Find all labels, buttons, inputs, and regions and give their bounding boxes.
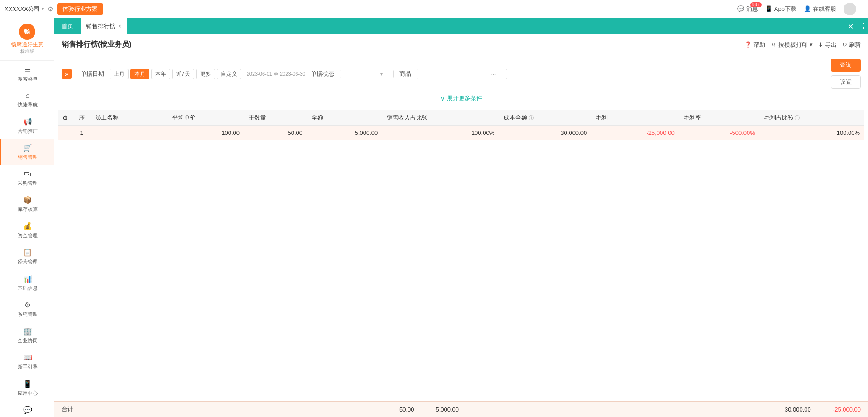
company-selector[interactable]: XXXXXX公司 ▾ (5, 5, 44, 13)
date-btn-last-month[interactable]: 上月 (110, 69, 129, 79)
help-label: 帮助 (753, 41, 765, 49)
sidebar-label-system: 系统管理 (18, 311, 38, 318)
col-profit-rate: 毛利率 (679, 110, 760, 126)
app-label: App下载 (774, 5, 796, 13)
sidebar: 畅 畅康通好生意 标准版 ☰ 搜索菜单 ⌂ 快捷导航 📢 营销推广 🛒 销售管理… (0, 18, 54, 417)
cell-qty: 50.00 (244, 126, 307, 140)
cell-avg-price: 100.00 (168, 126, 245, 140)
app-download-button[interactable]: 📱 App下载 (765, 5, 796, 13)
filter-row-1: » 单据日期 上月 本月 本年 近7天 更多 自定义 2023-06-01 至 … (62, 59, 861, 89)
sidebar-item-finance[interactable]: 💰 资金管理 (0, 217, 54, 244)
sidebar-item-search-order[interactable]: ☰ 搜索菜单 (0, 61, 54, 87)
sidebar-item-purchase[interactable]: 🛍 采购管理 (0, 165, 54, 191)
sidebar-label-inventory: 库存核算 (18, 206, 38, 213)
status-chevron: ▾ (380, 72, 383, 77)
table-header-row: ⚙ 序 员工名称 平均单价 主数量 全额 销售收入占比% 成本全额 ⓘ 毛利 毛… (58, 110, 864, 126)
cell-profit-pct: 100.00% (760, 126, 864, 140)
sidebar-item-inventory[interactable]: 📦 库存核算 (0, 191, 54, 217)
sidebar-item-enterprise[interactable]: 🏢 企业协同 (0, 322, 54, 349)
data-table: ⚙ 序 员工名称 平均单价 主数量 全额 销售收入占比% 成本全额 ⓘ 毛利 毛… (58, 110, 864, 140)
sidebar-item-system[interactable]: ⚙ 系统管理 (0, 296, 54, 322)
refresh-button[interactable]: ↻ 刷新 (842, 41, 861, 49)
tab-bar-right: ✕ ⛶ (848, 22, 868, 31)
close-window-icon[interactable]: ✕ (848, 22, 854, 31)
logo-icon: 畅 (19, 24, 35, 40)
date-btn-custom[interactable]: 自定义 (217, 69, 241, 79)
refresh-icon: ↻ (842, 41, 847, 48)
sidebar-item-sales[interactable]: 🛒 销售管理 (0, 139, 54, 165)
footer-cost: 30,000.00 (785, 406, 811, 413)
online-service-button[interactable]: 👤 在线客服 (804, 5, 836, 13)
col-name: 员工名称 (91, 110, 168, 126)
avatar[interactable] (844, 3, 856, 15)
col-sales-pct: 销售收入占比% (382, 110, 499, 126)
tab-bar: 首页 销售排行榜 × ✕ ⛶ (54, 18, 868, 34)
main-content: 首页 销售排行榜 × ✕ ⛶ 销售排行榜(按业务员) ❓ 帮助 (54, 18, 868, 417)
date-btn-this-month[interactable]: 本月 (130, 69, 149, 79)
sidebar-item-app-center[interactable]: 📱 应用中心 (0, 375, 54, 401)
sidebar-label-guide: 新手引导 (18, 364, 38, 370)
export-icon: ⬇ (818, 41, 823, 48)
footer-amount: 5,000.00 (436, 406, 459, 413)
cost-info-icon[interactable]: ⓘ (529, 115, 534, 120)
operation-icon: 📋 (23, 248, 32, 257)
date-btn-this-year[interactable]: 本年 (151, 69, 170, 79)
sidebar-item-guide[interactable]: 📖 新手引导 (0, 349, 54, 375)
sidebar-label-enterprise: 企业协同 (18, 337, 38, 344)
col-profit: 毛利 (591, 110, 679, 126)
settings-icon[interactable]: ⚙ (48, 5, 53, 13)
tab-sales-ranking[interactable]: 销售排行榜 × (81, 18, 127, 34)
col-avg-price: 平均单价 (168, 110, 245, 126)
sidebar-item-wechat[interactable]: 💬 企业微信 (0, 401, 54, 417)
col-settings[interactable]: ⚙ (58, 110, 72, 126)
messages-button[interactable]: 💬 消息 99+ (737, 5, 758, 13)
expand-toggle[interactable]: » (62, 69, 72, 79)
goods-more[interactable]: ··· (491, 71, 496, 77)
company-name: XXXXXX公司 (5, 5, 40, 13)
footer-label: 合计 (62, 405, 73, 413)
search-order-icon: ☰ (24, 65, 31, 74)
app-body: 畅 畅康通好生意 标准版 ☰ 搜索菜单 ⌂ 快捷导航 📢 营销推广 🛒 销售管理… (0, 18, 868, 417)
sales-icon: 🛒 (23, 144, 32, 152)
top-bar-right: 💬 消息 99+ 📱 App下载 👤 在线客服 (737, 3, 863, 15)
tab-close-icon[interactable]: × (118, 23, 121, 29)
settings-filter-button[interactable]: 设置 (831, 75, 861, 89)
date-btn-more[interactable]: 更多 (196, 69, 215, 79)
trial-button[interactable]: 体验行业方案 (57, 3, 103, 15)
purchase-icon: 🛍 (24, 170, 31, 178)
marketing-icon: 📢 (23, 117, 32, 126)
tab-home[interactable]: 首页 (54, 18, 81, 34)
expand-more-label: 展开更多条件 (447, 94, 482, 102)
sidebar-item-quick-nav[interactable]: ⌂ 快捷导航 (0, 87, 54, 113)
date-btn-last-7[interactable]: 近7天 (172, 69, 194, 79)
export-button[interactable]: ⬇ 导出 (818, 41, 837, 49)
page-header-actions: ❓ 帮助 🖨 按模板打印 ▾ ⬇ 导出 ↻ 刷新 (744, 41, 861, 49)
help-icon: ❓ (744, 41, 752, 48)
sidebar-item-operation[interactable]: 📋 经营管理 (0, 244, 54, 270)
profit-pct-info-icon[interactable]: ⓘ (795, 115, 800, 120)
sidebar-item-marketing[interactable]: 📢 营销推广 (0, 113, 54, 139)
cell-amount: 5,000.00 (307, 126, 382, 140)
status-select[interactable]: ▾ (340, 70, 394, 78)
cell-profit: -25,000.00 (591, 126, 679, 140)
col-amount: 全额 (307, 110, 382, 126)
expand-more-button[interactable]: ∨ 展开更多条件 (62, 92, 861, 104)
app-center-icon: 📱 (23, 379, 32, 388)
sidebar-label-marketing: 营销推广 (18, 128, 38, 134)
template-print-button[interactable]: 🖨 按模板打印 ▾ (771, 41, 813, 49)
logo-subtitle: 标准版 (20, 48, 34, 55)
goods-select[interactable]: ··· (417, 69, 507, 79)
sidebar-label-quick-nav: 快捷导航 (18, 101, 38, 108)
date-label: 单据日期 (81, 70, 104, 78)
logo-title: 畅康通好生意 (11, 41, 43, 48)
status-label: 单据状态 (311, 70, 334, 78)
help-button[interactable]: ❓ 帮助 (744, 41, 765, 49)
company-chevron: ▾ (42, 6, 44, 11)
query-button[interactable]: 查询 (831, 59, 861, 72)
maximize-icon[interactable]: ⛶ (857, 22, 864, 30)
sidebar-item-basic-info[interactable]: 📊 基础信息 (0, 270, 54, 296)
col-profit-pct: 毛利占比% ⓘ (760, 110, 864, 126)
sidebar-logo: 畅 畅康通好生意 标准版 (0, 18, 54, 61)
sidebar-label-sales: 销售管理 (18, 154, 38, 161)
col-rank: 序 (72, 110, 91, 126)
